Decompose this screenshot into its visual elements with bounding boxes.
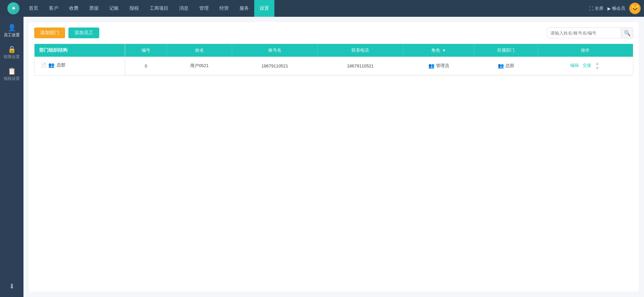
- sidebar-download-button[interactable]: ⬇: [0, 279, 23, 294]
- table-header-row: 编号 姓名 账号名 联系电话 角: [125, 44, 633, 57]
- sidebar-item-tax-settings[interactable]: 📋 报税设置: [0, 64, 23, 86]
- permission-icon: 🔒: [8, 46, 16, 53]
- dept-user-icon: 👥: [498, 63, 504, 69]
- cell-phone: 18679110521: [318, 57, 403, 75]
- cell-dept: 👥 总部: [474, 57, 538, 75]
- dept-tree: 部门组织结构 📄 👥 总部: [35, 44, 125, 75]
- scroll-down-arrow[interactable]: ▼: [595, 66, 599, 70]
- search-input[interactable]: [547, 31, 621, 36]
- left-sidebar: 👤 员工设置 🔒 权限设置 📋 报税设置 ⬇: [0, 17, 23, 297]
- dept-name: 总部: [57, 62, 65, 68]
- dept-badge: 👥 总部: [498, 63, 514, 69]
- col-actions: 操作: [538, 44, 633, 57]
- dept-user-icon: 👥: [48, 62, 55, 68]
- search-box: 🔍: [547, 28, 633, 38]
- nav-home[interactable]: 首页: [23, 0, 44, 17]
- toolbar: 添加部门 添加员工 🔍: [34, 28, 633, 38]
- main-content: 添加部门 添加员工 🔍 部门组织结构 📄 👥 总部: [23, 17, 644, 297]
- top-navigation: ✦ 首页 客户 收费 票据 记账 报税 工商项目 消息 管理 经营 服务 设置 …: [0, 0, 644, 17]
- nav-operation[interactable]: 经营: [214, 0, 234, 17]
- role-filter-icon: ▼: [442, 48, 446, 52]
- scroll-arrows: ▲ ▼: [594, 60, 601, 71]
- add-dept-button[interactable]: 添加部门: [34, 28, 65, 38]
- logo-icon: ✦: [7, 2, 19, 14]
- col-role[interactable]: 角色 ▼: [403, 44, 474, 57]
- dept-tree-header: 部门组织结构: [35, 44, 125, 57]
- transfer-link[interactable]: 交接: [583, 63, 591, 68]
- edit-link[interactable]: 编辑: [570, 63, 579, 68]
- col-phone: 联系电话: [318, 44, 403, 57]
- content-card: 添加部门 添加员工 🔍 部门组织结构 📄 👥 总部: [29, 22, 639, 292]
- nav-client[interactable]: 客户: [44, 0, 64, 17]
- avatar[interactable]: 🐱: [629, 3, 641, 14]
- nav-right: ⛶ 全屏 ▶ 畅会员 🐱: [589, 3, 641, 14]
- table-row: 0 用户0521 18679110521 18679110521 👥 管理员: [125, 57, 633, 75]
- cell-role: 👥 管理员: [403, 57, 474, 75]
- dept-file-icon: 📄: [41, 62, 46, 68]
- nav-fee[interactable]: 收费: [64, 0, 84, 17]
- col-dept: 所属部门: [474, 44, 538, 57]
- employee-table: 编号 姓名 账号名 联系电话 角: [125, 44, 633, 75]
- vip-icon: ▶: [607, 6, 611, 11]
- nav-bills[interactable]: 票据: [84, 0, 104, 17]
- scroll-up-arrow[interactable]: ▲: [595, 61, 599, 65]
- download-icon: ⬇: [9, 283, 15, 290]
- sidebar-item-employee[interactable]: 👤 员工设置: [0, 20, 23, 42]
- cell-account: 18679110521: [232, 57, 318, 75]
- cell-actions: 编辑 交接 ▲ ▼: [538, 57, 633, 75]
- nav-tax[interactable]: 报税: [124, 0, 144, 17]
- employee-icon: 👤: [8, 24, 16, 31]
- add-staff-button[interactable]: 添加员工: [68, 28, 99, 38]
- search-button[interactable]: 🔍: [621, 28, 633, 38]
- sidebar-bottom: ⬇: [0, 279, 23, 297]
- nav-accounting[interactable]: 记账: [104, 0, 124, 17]
- col-id: 编号: [125, 44, 167, 57]
- role-badge: 👥 管理员: [428, 63, 449, 69]
- nav-items: 首页 客户 收费 票据 记账 报税 工商项目 消息 管理 经营 服务 设置: [23, 0, 589, 17]
- nav-message[interactable]: 消息: [174, 0, 194, 17]
- fullscreen-button[interactable]: ⛶ 全屏: [589, 5, 603, 11]
- role-user-icon: 👥: [428, 63, 435, 69]
- nav-business[interactable]: 工商项目: [144, 0, 174, 17]
- cell-id: 0: [125, 57, 167, 75]
- nav-settings[interactable]: 设置: [254, 0, 274, 17]
- fullscreen-icon: ⛶: [589, 6, 593, 11]
- dept-tree-body: 📄 👥 总部: [35, 57, 125, 73]
- col-account: 账号名: [232, 44, 318, 57]
- col-name: 姓名: [167, 44, 232, 57]
- dept-tree-item-root[interactable]: 📄 👥 总部: [38, 60, 121, 70]
- sidebar-item-permission[interactable]: 🔒 权限设置: [0, 42, 23, 64]
- tax-settings-icon: 📋: [8, 68, 16, 75]
- content-body: 部门组织结构 📄 👥 总部 编号: [34, 44, 633, 76]
- employees-grid: 编号 姓名 账号名 联系电话 角: [125, 44, 633, 75]
- nav-manage[interactable]: 管理: [194, 0, 214, 17]
- cell-name: 用户0521: [167, 57, 232, 75]
- logo[interactable]: ✦: [3, 0, 23, 17]
- nav-service[interactable]: 服务: [234, 0, 254, 17]
- search-icon: 🔍: [624, 30, 631, 36]
- vip-button[interactable]: ▶ 畅会员: [607, 5, 625, 11]
